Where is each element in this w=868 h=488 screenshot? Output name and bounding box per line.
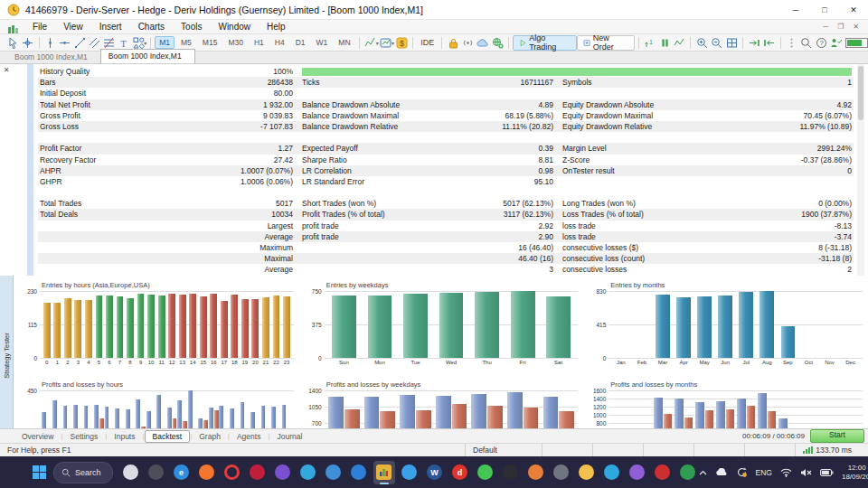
- cursor-tool-icon[interactable]: [5, 36, 20, 50]
- bar-group: [840, 390, 861, 428]
- maximize-button[interactable]: □: [810, 0, 839, 20]
- horizontal-line-tool-icon[interactable]: [58, 36, 72, 50]
- battery-icon[interactable]: [820, 469, 834, 476]
- report-scrollbar[interactable]: [857, 64, 864, 276]
- tick-scale-icon[interactable]: 1: [643, 36, 657, 50]
- fibonacci-tool-icon[interactable]: [102, 36, 117, 50]
- tester-tab-graph[interactable]: Graph: [192, 431, 228, 442]
- tester-tab-inputs[interactable]: Inputs: [107, 431, 142, 442]
- resize-grip[interactable]: [859, 444, 868, 456]
- signals-icon[interactable]: [460, 36, 475, 50]
- timeframe-m15[interactable]: M15: [198, 36, 222, 49]
- language-indicator[interactable]: ENG: [756, 468, 772, 477]
- timeframe-m1[interactable]: M1: [155, 36, 175, 49]
- shift-back-icon[interactable]: [761, 36, 776, 50]
- timeframe-m5[interactable]: M5: [176, 36, 196, 49]
- timeframe-d1[interactable]: D1: [291, 36, 310, 49]
- taskbar-app-viber-icon[interactable]: [627, 461, 648, 484]
- start-menu-button[interactable]: [33, 461, 46, 484]
- ide-button[interactable]: IDE: [417, 38, 438, 47]
- taskbar-app-telegram-2-icon[interactable]: [601, 461, 623, 484]
- tester-tab-settings[interactable]: Settings: [63, 431, 106, 442]
- taskbar-app-file-explorer-icon[interactable]: [146, 461, 167, 484]
- menu-window[interactable]: Window: [210, 22, 259, 32]
- text-tool-icon[interactable]: T: [117, 36, 131, 50]
- taskbar-app-telegram-icon[interactable]: [297, 461, 319, 484]
- timeframe-h4[interactable]: H4: [270, 36, 289, 49]
- taskbar-app-opera-icon[interactable]: [222, 461, 243, 484]
- taskbar-app-word-icon[interactable]: W: [424, 461, 446, 484]
- taskbar-app-whatsapp-icon[interactable]: [475, 461, 496, 484]
- status-cell: [593, 444, 644, 456]
- menu-view[interactable]: View: [55, 22, 91, 32]
- menu-file[interactable]: File: [24, 22, 55, 32]
- new-order-button[interactable]: New Order: [577, 35, 635, 51]
- trendline-tool-icon[interactable]: [72, 36, 87, 50]
- lock-icon[interactable]: [446, 36, 460, 50]
- vertical-line-tool-icon[interactable]: [42, 36, 57, 50]
- algo-trading-button[interactable]: Algo Trading: [513, 35, 577, 51]
- menu-tools[interactable]: Tools: [173, 22, 210, 32]
- chart-tab-0[interactable]: Boom 1000 Index,M1: [7, 51, 100, 63]
- taskbar-app-deriv-icon[interactable]: d: [449, 461, 471, 484]
- taskbar-app-tradingview-icon[interactable]: [399, 461, 420, 484]
- wifi-icon[interactable]: [780, 468, 792, 477]
- timeframe-m30[interactable]: M30: [223, 36, 248, 49]
- menu-insert[interactable]: Insert: [91, 22, 130, 32]
- panel-close-icon[interactable]: ✕: [2, 66, 11, 75]
- strategy-tester-side-tab[interactable]: Strategy Tester: [0, 276, 14, 428]
- taskbar-app-metatrader5-icon[interactable]: [373, 461, 395, 484]
- timeframe-w1[interactable]: W1: [312, 36, 333, 49]
- chart-window-minimize[interactable]: ─: [823, 23, 828, 31]
- taskbar-app-firefox-icon[interactable]: [196, 461, 218, 484]
- chart-tab-1[interactable]: Boom 1000 Index,M1: [100, 49, 195, 63]
- cloud-icon[interactable]: [476, 36, 490, 50]
- profile-selector[interactable]: Default: [466, 444, 542, 456]
- taskbar-app-camera-icon[interactable]: [500, 461, 522, 484]
- crosshair-tool-icon[interactable]: [20, 36, 34, 50]
- shift-end-icon[interactable]: [747, 36, 761, 50]
- tester-tab-agents[interactable]: Agents: [230, 431, 268, 442]
- help-icon[interactable]: ?: [814, 36, 828, 50]
- taskbar-app-skype-icon[interactable]: [323, 461, 344, 484]
- tester-tab-overview[interactable]: Overview: [14, 431, 61, 442]
- taskbar-app-monitor-icon[interactable]: [120, 461, 142, 484]
- currency-icon[interactable]: $: [394, 36, 409, 50]
- taskbar-app-settings-icon[interactable]: [551, 461, 572, 484]
- menu-help[interactable]: Help: [259, 22, 294, 32]
- volume-muted-icon[interactable]: [800, 468, 812, 477]
- taskbar-clock[interactable]: 12:00 am 18/09/2023: [842, 464, 868, 482]
- taskbar-app-store-icon[interactable]: [272, 461, 294, 484]
- taskbar-app-messenger-icon[interactable]: [348, 461, 370, 484]
- search-icon[interactable]: [799, 36, 814, 50]
- taskbar-app-opera-gx-icon[interactable]: [247, 461, 269, 484]
- close-button[interactable]: ✕: [839, 0, 868, 20]
- taskbar-search[interactable]: Search: [53, 462, 113, 483]
- tile-windows-icon[interactable]: [724, 36, 739, 50]
- shapes-dropdown-icon[interactable]: ▾: [144, 40, 146, 46]
- market-watch-globe-icon[interactable]: [490, 36, 505, 50]
- menu-charts[interactable]: Charts: [130, 22, 173, 32]
- zoom-out-icon[interactable]: [710, 36, 724, 50]
- tester-tab-journal[interactable]: Journal: [269, 431, 309, 442]
- tray-chevron-icon[interactable]: [699, 470, 707, 475]
- onedrive-cloud-icon[interactable]: [715, 468, 728, 476]
- taskbar-app-record-icon[interactable]: [652, 461, 674, 484]
- toolbar-handle-icon[interactable]: [785, 36, 799, 50]
- sync-status-icon[interactable]: [736, 466, 748, 478]
- minimize-button[interactable]: ─: [781, 0, 810, 20]
- pause-icon[interactable]: [657, 36, 672, 50]
- timeframe-mn[interactable]: MN: [334, 36, 354, 49]
- chart-window-restore[interactable]: ❐: [837, 23, 844, 31]
- tester-tab-backtest[interactable]: Backtest: [145, 430, 191, 443]
- chart-window-close[interactable]: ✕: [853, 23, 859, 31]
- start-button[interactable]: Start: [810, 429, 864, 443]
- timeframe-h1[interactable]: H1: [250, 36, 269, 49]
- taskbar-app-edge-icon[interactable]: e: [171, 461, 193, 484]
- taskbar-app-folder-icon[interactable]: [576, 461, 598, 484]
- taskbar-app-photos-icon[interactable]: [525, 461, 547, 484]
- line-chart-icon[interactable]: [672, 36, 686, 50]
- channel-tool-icon[interactable]: [87, 36, 101, 50]
- zoom-in-icon[interactable]: [694, 36, 709, 50]
- taskbar-app-excel-icon[interactable]: [677, 461, 699, 484]
